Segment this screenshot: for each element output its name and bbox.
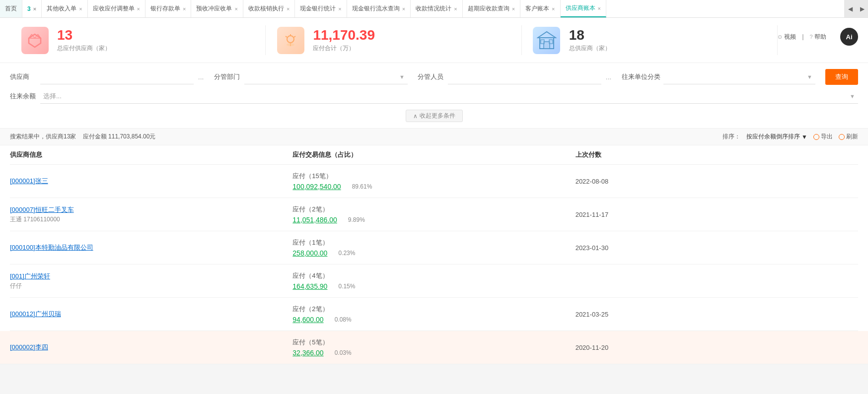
payable-percent-2: 0.23% <box>338 250 355 257</box>
close-bank-deposit[interactable]: × <box>183 6 186 12</box>
summary-card-1: 13 总应付供应商（家） <box>10 25 266 55</box>
supplier-info-4: [000012]广州贝瑞 <box>10 310 292 319</box>
refresh-icon <box>839 134 845 140</box>
person-input[interactable] <box>448 69 601 84</box>
svg-marker-13 <box>538 32 556 38</box>
summary-icon-2 <box>276 25 305 55</box>
nav-customer-account[interactable]: 客户账本 × <box>520 0 560 17</box>
close-supplier-account[interactable]: × <box>598 5 601 11</box>
nav-collect-stat[interactable]: 收款情况统计 × <box>411 0 462 17</box>
summary-icon-3 <box>532 25 562 55</box>
help-link[interactable]: ? 帮助 <box>810 33 826 41</box>
payable-percent-5: 0.03% <box>335 349 352 356</box>
nav-verify[interactable]: 收款核销执行 × <box>243 0 295 17</box>
payable-amount-4[interactable]: 94,600.00 <box>292 316 323 324</box>
summary-text-3: 18 总供应商（家） <box>569 28 611 53</box>
col-header-payable: 应付交易信息（占比） <box>292 150 575 159</box>
close-customer-account[interactable]: × <box>552 6 555 12</box>
summary-text-1: 13 总应付供应商（家） <box>57 28 111 53</box>
supplier-link-5[interactable]: [000002]李四 <box>10 343 292 352</box>
supplier-input[interactable] <box>40 69 194 84</box>
payable-count-0: 应付（15笔） <box>292 172 575 181</box>
nav-home[interactable]: 首页 <box>0 0 22 17</box>
filter-category: 往来单位分类 ▼ <box>622 69 816 84</box>
balance-select[interactable]: 选择... ▼ <box>40 89 858 104</box>
supplier-link-2[interactable]: [000100]本特勤油品有限公司 <box>10 243 292 252</box>
payable-col-5: 应付（5笔） 32,366.00 0.03% <box>292 338 575 357</box>
close-cash-stat[interactable]: × <box>338 6 341 12</box>
last-pay-1: 2021-11-17 <box>576 211 858 218</box>
category-label: 往来单位分类 <box>622 72 660 81</box>
person-ellipsis[interactable]: ... <box>606 73 612 81</box>
nav-arrow-left[interactable]: ◀ <box>844 0 856 18</box>
svg-rect-16 <box>541 40 544 44</box>
balance-label: 往来余额 <box>10 92 37 101</box>
summary-text-2: 11,170.39 应付合计（万） <box>313 28 375 53</box>
nav-supplier-account[interactable]: 供应商账本 × <box>561 0 606 17</box>
category-select[interactable]: ▼ <box>663 69 816 84</box>
supplier-link-1[interactable]: [000007]恒旺二手叉车 <box>10 205 292 214</box>
payable-percent-4: 0.08% <box>335 316 352 323</box>
sort-dropdown-icon: ▼ <box>801 133 807 140</box>
dept-select[interactable]: ▼ <box>244 69 408 84</box>
video-link[interactable]: ⊙ 视频 <box>778 33 796 41</box>
summary-section: 13 总应付供应商（家） 11,170.39 应付合计（万） <box>0 18 868 63</box>
table-row-highlighted: [000002]李四 应付（5笔） 32,366.00 0.03% 2020-1… <box>0 331 868 364</box>
nav-prepay[interactable]: 预收冲应收单 × <box>191 0 243 17</box>
summary-icon-1 <box>20 25 50 55</box>
refresh-button[interactable]: 刷新 <box>839 132 858 141</box>
last-pay-0: 2022-08-08 <box>576 178 858 185</box>
supplier-link-4[interactable]: [000012]广州贝瑞 <box>10 310 292 319</box>
top-right-links: ⊙ 视频 ｜ ? 帮助 Ai <box>778 25 858 46</box>
payable-col-4: 应付（2笔） 94,600.00 0.08% <box>292 305 575 324</box>
close-verify[interactable]: × <box>287 6 289 12</box>
close-prepay[interactable]: × <box>234 6 237 12</box>
nav-tab1[interactable]: 3 × <box>22 0 42 17</box>
summary-label-1: 总应付供应商（家） <box>57 44 111 53</box>
nav-other-income[interactable]: 其他收入单 × <box>42 0 87 17</box>
sort-select[interactable]: 按应付余额倒序排序 ▼ <box>746 132 807 141</box>
payable-col-1: 应付（2笔） 11,051,486.00 9.89% <box>292 205 575 224</box>
payable-amount-1[interactable]: 11,051,486.00 <box>292 216 337 224</box>
nav-bank-deposit[interactable]: 银行存款单 × <box>145 0 191 17</box>
result-bar: 搜索结果中，供应商13家 应付金额 111,703,854.00元 排序： 按应… <box>0 129 868 145</box>
filter-supplier: 供应商 ... <box>10 69 204 84</box>
supplier-ellipsis[interactable]: ... <box>198 73 204 81</box>
close-overdue[interactable]: × <box>512 6 515 12</box>
close-tab1[interactable]: × <box>33 6 36 12</box>
main-table: 供应商信息 应付交易信息（占比） 上次付数 [000001]张三 应付（15笔）… <box>0 145 868 364</box>
dept-dropdown-icon: ▼ <box>399 74 405 80</box>
collapse-button[interactable]: ∧ 收起更多条件 <box>406 110 463 122</box>
payable-amount-3[interactable]: 164,635.90 <box>292 282 327 290</box>
nav-cash-flow[interactable]: 现金银行流水查询 × <box>347 0 411 17</box>
query-button[interactable]: 查询 <box>825 69 858 85</box>
payable-count-5: 应付（5笔） <box>292 338 575 347</box>
balance-select-text: 选择... <box>43 92 850 101</box>
summary-label-2: 应付合计（万） <box>313 44 375 53</box>
collapse-bar: ∧ 收起更多条件 <box>10 108 858 122</box>
payable-amount-0[interactable]: 100,092,540.00 <box>292 183 341 191</box>
close-cash-flow[interactable]: × <box>402 6 405 12</box>
svg-line-10 <box>294 36 295 37</box>
payable-amount-5[interactable]: 32,366.00 <box>292 349 323 357</box>
nav-arrow-right[interactable]: ▶ <box>856 0 868 18</box>
payable-count-3: 应付（4笔） <box>292 271 575 280</box>
export-button[interactable]: 导出 <box>813 132 833 141</box>
nav-ap-adjust[interactable]: 应收应付调整单 × <box>88 0 145 17</box>
category-dropdown-icon: ▼ <box>807 74 812 80</box>
summary-num-1: 13 <box>57 28 111 42</box>
payable-amount-2[interactable]: 258,000.00 <box>292 249 327 257</box>
close-collect-stat[interactable]: × <box>454 6 457 12</box>
supplier-link-3[interactable]: [001]广州荣轩 <box>10 272 292 281</box>
nav-cash-stat[interactable]: 现金银行统计 × <box>295 0 347 17</box>
nav-overdue[interactable]: 超期应收款查询 × <box>463 0 520 17</box>
close-other-income[interactable]: × <box>79 6 82 12</box>
last-pay-5: 2020-11-20 <box>576 344 858 351</box>
col-header-supplier: 供应商信息 <box>10 150 292 159</box>
ai-button[interactable]: Ai <box>840 28 858 46</box>
table-header: 供应商信息 应付交易信息（占比） 上次付数 <box>10 145 858 165</box>
supplier-info-0: [000001]张三 <box>10 177 292 186</box>
separator: ｜ <box>800 33 806 41</box>
close-ap-adjust[interactable]: × <box>137 6 140 12</box>
supplier-link-0[interactable]: [000001]张三 <box>10 177 292 186</box>
